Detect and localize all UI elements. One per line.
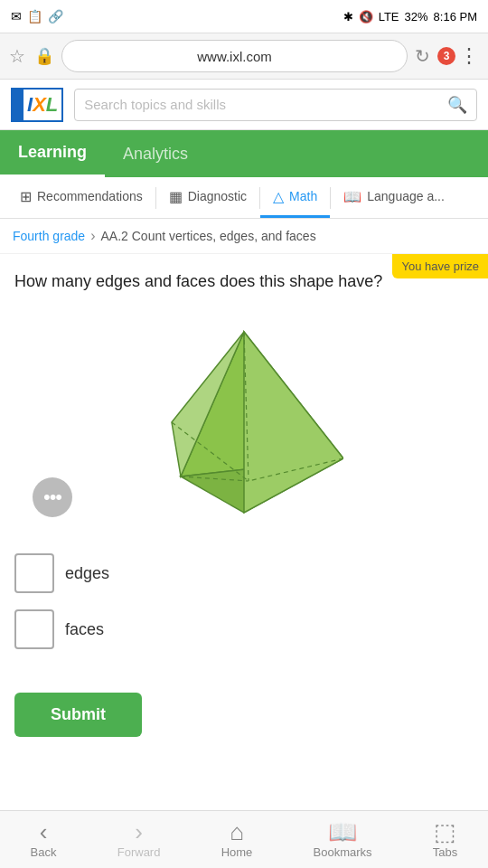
edges-input[interactable]: [14, 553, 54, 593]
nav-item-learning[interactable]: Learning: [0, 130, 105, 177]
subnav-math[interactable]: △ Math: [260, 177, 330, 218]
logo-x: X: [33, 93, 46, 117]
subnav-diagnostic[interactable]: ▦ Diagnostic: [156, 177, 259, 218]
status-bar: ✉ 📋 🔗 ✱ 🔇 LTE 32% 8:16 PM: [0, 0, 488, 33]
math-icon: △: [273, 188, 284, 205]
subnav-recommendations[interactable]: ⊞ Recommendations: [7, 177, 155, 218]
status-left: ✉ 📋 🔗: [11, 9, 63, 24]
sub-nav: ⊞ Recommendations ▦ Diagnostic △ Math 📖 …: [0, 177, 488, 219]
more-options-button[interactable]: •••: [33, 477, 72, 517]
breadcrumb-parent[interactable]: Fourth grade: [13, 229, 85, 243]
status-right: ✱ 🔇 LTE 32% 8:16 PM: [343, 10, 477, 24]
message-icon: ✉: [11, 9, 22, 24]
subnav-language[interactable]: 📖 Language a...: [331, 177, 457, 218]
faces-label: faces: [65, 620, 104, 639]
shape-svg: [145, 314, 343, 522]
submit-button[interactable]: Submit: [14, 693, 142, 737]
prize-tag[interactable]: You have prize: [392, 254, 488, 278]
battery-text: 32%: [405, 10, 428, 24]
answer-area: edges faces: [0, 553, 488, 684]
nav-item-analytics[interactable]: Analytics: [105, 130, 206, 177]
edges-label: edges: [65, 564, 109, 583]
reload-icon[interactable]: ↻: [415, 45, 430, 67]
time-text: 8:16 PM: [434, 10, 477, 24]
logo-bar: [13, 90, 23, 120]
language-icon: 📖: [343, 188, 361, 205]
browser-url-bar[interactable]: www.ixl.com: [61, 40, 408, 72]
link-icon: 🔗: [48, 9, 63, 24]
lock-icon: 🔒: [34, 46, 54, 66]
svg-marker-3: [244, 332, 343, 513]
logo-l: L: [46, 93, 58, 117]
ixl-logo[interactable]: I X L: [11, 88, 63, 122]
ixl-header: I X L Search topics and skills 🔍: [0, 80, 488, 130]
diagnostic-icon: ▦: [169, 188, 183, 205]
main-nav: Learning Analytics: [0, 130, 488, 177]
url-text: www.ixl.com: [197, 49, 272, 64]
logo-letters: I X L: [23, 90, 61, 120]
browser-bar: ☆ 🔒 www.ixl.com ↻ 3 ⋮: [0, 33, 488, 80]
search-placeholder: Search topics and skills: [84, 97, 226, 112]
menu-button[interactable]: 3 ⋮: [437, 44, 479, 68]
question-area: How many edges and faces does this shape…: [0, 254, 488, 553]
search-bar[interactable]: Search topics and skills 🔍: [74, 89, 477, 121]
faces-input[interactable]: [14, 609, 54, 649]
edges-row: edges: [14, 553, 474, 593]
star-icon[interactable]: ☆: [9, 45, 25, 67]
three-dots-icon: •••: [43, 486, 61, 509]
bluetooth-icon: ✱: [343, 10, 353, 24]
search-icon: 🔍: [447, 95, 467, 115]
more-icon: ⋮: [459, 44, 479, 68]
faces-row: faces: [14, 609, 474, 649]
breadcrumb-current: AA.2 Count vertices, edges, and faces: [101, 229, 316, 243]
signal-icon: LTE: [379, 10, 399, 24]
notification-badge: 3: [437, 47, 455, 65]
breadcrumb-separator: ›: [90, 228, 95, 244]
breadcrumb: Fourth grade › AA.2 Count vertices, edge…: [0, 219, 488, 254]
browser-icons: ☆ 🔒: [9, 45, 54, 67]
bottom-spacer: [0, 746, 488, 818]
mute-icon: 🔇: [359, 10, 373, 24]
bottom-nav: ‹ Back › Forward ⌂ Home 📖 Bookmarks ⬚ Ta…: [0, 810, 488, 818]
shape-container: •••: [14, 309, 474, 526]
email-icon: 📋: [27, 9, 42, 24]
recommendations-icon: ⊞: [20, 188, 32, 205]
